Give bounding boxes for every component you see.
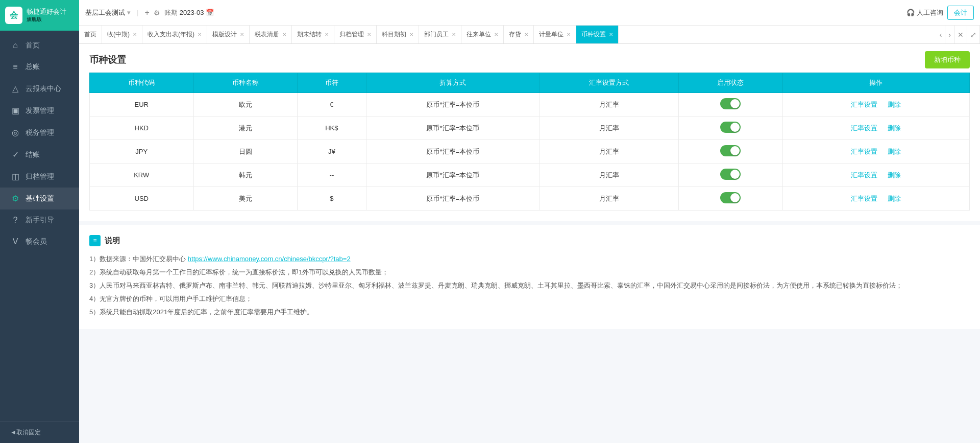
home-icon: ⌂	[10, 41, 20, 50]
cell-actions-2: 汇率设置 删除	[782, 140, 969, 164]
cell-actions-4: 汇率设置 删除	[782, 187, 969, 211]
tab-label-unit: 计量单位	[539, 30, 564, 39]
sidebar-label-ledger: 总账	[26, 62, 40, 72]
tab-period-end[interactable]: 期末结转 ✕	[292, 26, 334, 44]
cell-status-1	[679, 116, 783, 140]
sidebar-item-member[interactable]: V 畅会员	[0, 231, 79, 252]
topbar-gear-icon[interactable]: ⚙	[154, 9, 160, 17]
sidebar-label-member: 畅会员	[26, 237, 47, 246]
checkout-icon: ✓	[10, 150, 20, 159]
tab-home[interactable]: 首页	[79, 26, 102, 44]
tab-label-inventory: 存货	[509, 30, 521, 39]
tab-close-inventory[interactable]: ✕	[524, 32, 528, 37]
reports-icon: △	[10, 84, 20, 94]
sidebar-item-guide[interactable]: ? 新手引导	[0, 209, 79, 231]
tab-income[interactable]: 收入支出表(年报) ✕	[142, 26, 207, 44]
company-dropdown-icon: ▾	[127, 9, 131, 16]
tab-maximize-btn[interactable]: ⤢	[967, 26, 980, 44]
delete-link-0[interactable]: 删除	[888, 101, 901, 108]
tab-currency[interactable]: 币种设置 ✕	[576, 26, 619, 44]
tab-subject[interactable]: 科目期初 ✕	[377, 26, 419, 44]
tax-icon: ◎	[10, 128, 20, 137]
col-header-status: 启用状态	[679, 73, 783, 93]
new-currency-button[interactable]: 新增币种	[925, 51, 970, 68]
tab-close-taxclear[interactable]: ✕	[282, 32, 286, 37]
tab-close-balance[interactable]: ✕	[133, 32, 137, 37]
tab-prev-btn[interactable]: ‹	[937, 26, 946, 44]
sidebar-item-ledger[interactable]: ≡ 总账	[0, 56, 79, 78]
rate-setting-link-0[interactable]: 汇率设置	[851, 101, 877, 108]
sidebar-label-archive: 归档管理	[26, 172, 54, 181]
rate-setting-link-1[interactable]: 汇率设置	[851, 124, 877, 132]
cell-code-4: USD	[90, 187, 194, 211]
tab-unit[interactable]: 计量单位 ✕	[534, 26, 576, 44]
toggle-0[interactable]	[720, 98, 741, 109]
delete-link-3[interactable]: 删除	[888, 171, 901, 179]
cell-code-1: HKD	[90, 116, 194, 140]
tab-close-subject[interactable]: ✕	[409, 32, 413, 37]
tab-partners[interactable]: 往来单位 ✕	[461, 26, 504, 44]
delete-link-4[interactable]: 删除	[888, 195, 901, 202]
cell-symbol-0: €	[298, 93, 366, 116]
note-item-4: 4）无官方牌价的币种，可以用用户手工维护汇率信息；	[89, 292, 970, 306]
tab-close-unit[interactable]: ✕	[567, 32, 571, 37]
tab-close-template[interactable]: ✕	[240, 32, 244, 37]
sidebar-footer-pin[interactable]: ◄取消固定	[0, 422, 79, 443]
toggle-track-4	[720, 192, 741, 203]
tab-archive[interactable]: 归档管理 ✕	[334, 26, 377, 44]
add-company-btn[interactable]: +	[144, 8, 149, 17]
tab-template[interactable]: 模版设计 ✕	[207, 26, 250, 44]
toggle-1[interactable]	[720, 122, 741, 133]
cell-name-2: 日圆	[193, 140, 298, 164]
rate-setting-link-2[interactable]: 汇率设置	[851, 148, 877, 155]
notes-link[interactable]: https://www.chinamoney.com.cn/chinese/bk…	[188, 255, 351, 263]
toggle-track-2	[720, 145, 741, 156]
tab-close-archive[interactable]: ✕	[367, 32, 371, 37]
sidebar-label-tax: 税务管理	[26, 128, 54, 137]
col-header-calc: 折算方式	[366, 73, 540, 93]
tab-close-dept[interactable]: ✕	[452, 32, 456, 37]
notes-content: 1）数据来源：中国外汇交易中心 https://www.chinamoney.c…	[89, 252, 970, 319]
tab-next-btn[interactable]: ›	[945, 26, 954, 44]
tab-close-period-end[interactable]: ✕	[325, 32, 329, 37]
cell-calc-3: 原币*汇率=本位币	[366, 164, 540, 187]
sidebar-item-reports[interactable]: △ 云报表中心	[0, 78, 79, 100]
sidebar-nav: ⌂ 首页 ≡ 总账 △ 云报表中心 ▣ 发票管理 ◎ 税务管理 ✓ 结账 ◫ 归…	[0, 31, 79, 422]
sidebar-item-tax[interactable]: ◎ 税务管理	[0, 122, 79, 144]
tab-close-all-btn[interactable]: ✕	[954, 26, 967, 44]
delete-link-1[interactable]: 删除	[888, 124, 901, 132]
tab-label-income: 收入支出表(年报)	[148, 30, 194, 39]
table-row: HKD 港元 HK$ 原币*汇率=本位币 月汇率 汇率设置 删除	[90, 116, 970, 140]
company-selector[interactable]: 基层工会测试 ▾	[85, 8, 131, 17]
sidebar-item-archive[interactable]: ◫ 归档管理	[0, 166, 79, 188]
cell-name-1: 港元	[193, 116, 298, 140]
tab-nav-end: ‹ › ✕ ⤢	[937, 26, 980, 44]
user-btn[interactable]: 会计	[947, 6, 974, 20]
sidebar-item-checkout[interactable]: ✓ 结账	[0, 144, 79, 166]
tab-dept[interactable]: 部门员工 ✕	[419, 26, 461, 44]
rate-setting-link-4[interactable]: 汇率设置	[851, 195, 877, 202]
tab-taxclear[interactable]: 税表清册 ✕	[250, 26, 292, 44]
help-btn[interactable]: 🎧 人工咨询	[906, 8, 943, 17]
tab-balance[interactable]: 收(中期) ✕	[102, 26, 142, 44]
tab-inventory[interactable]: 存货 ✕	[504, 26, 534, 44]
col-header-name: 币种名称	[193, 73, 298, 93]
cell-code-3: KRW	[90, 164, 194, 187]
sidebar-item-home[interactable]: ⌂ 首页	[0, 35, 79, 56]
sidebar-item-invoice[interactable]: ▣ 发票管理	[0, 100, 79, 122]
delete-link-2[interactable]: 删除	[888, 148, 901, 155]
rate-setting-link-3[interactable]: 汇率设置	[851, 171, 877, 179]
cell-rate-1: 月汇率	[540, 116, 678, 140]
calendar-icon[interactable]: 📅	[206, 9, 214, 16]
col-header-symbol: 币符	[298, 73, 366, 93]
toggle-4[interactable]	[720, 192, 741, 203]
tab-close-currency[interactable]: ✕	[609, 32, 613, 37]
tabbar: 首页 收(中期) ✕ 收入支出表(年报) ✕ 模版设计 ✕ 税表清册 ✕ 期末结…	[79, 26, 980, 44]
toggle-3[interactable]	[720, 169, 741, 180]
tab-close-partners[interactable]: ✕	[494, 32, 498, 37]
cell-status-4	[679, 187, 783, 211]
toggle-2[interactable]	[720, 145, 741, 156]
logo-text: 畅捷通好会计	[27, 8, 66, 16]
sidebar-item-settings[interactable]: ⚙ 基础设置	[0, 188, 79, 209]
tab-close-income[interactable]: ✕	[198, 32, 202, 37]
